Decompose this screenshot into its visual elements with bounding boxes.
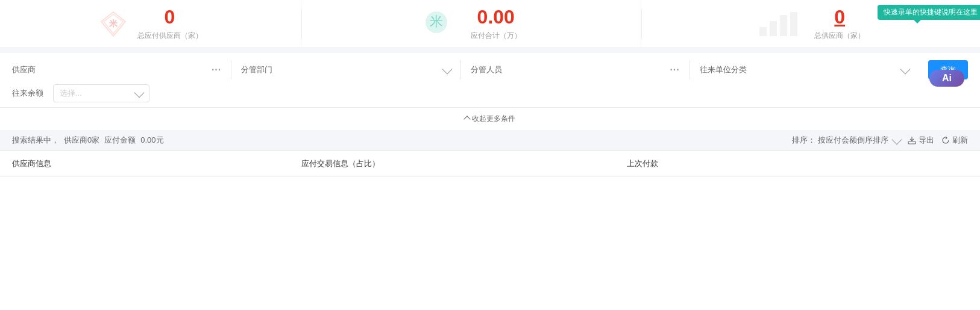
- results-summary: 搜索结果中， 供应商0家 应付金额 0.00元: [12, 135, 164, 146]
- department-chevron-icon: [442, 64, 452, 74]
- collapse-button[interactable]: 收起更多条件: [455, 111, 525, 126]
- shortcut-tooltip: 快速录单的快捷键说明在这里 ×: [878, 5, 980, 20]
- export-button[interactable]: 导出: [908, 135, 934, 146]
- ai-badge[interactable]: Ai: [929, 70, 964, 87]
- department-select[interactable]: [277, 66, 450, 75]
- export-icon: [908, 136, 916, 144]
- chevron-up-1-icon: [463, 116, 470, 122]
- collapse-chevrons-icon: [465, 117, 470, 122]
- stats-bar: 米 0 总应付供应商（家） 米 0.00 应付合计（万） 0 总供应商: [0, 0, 980, 48]
- tooltip-text: 快速录单的快捷键说明在这里: [884, 7, 978, 17]
- supplier-input[interactable]: [47, 66, 212, 75]
- svg-text:米: 米: [430, 14, 443, 29]
- balance-chevron-icon: [134, 87, 145, 98]
- balance-label: 往来余额: [12, 88, 48, 99]
- total-payable-label: 总应付供应商（家）: [137, 31, 203, 41]
- sort-select[interactable]: 排序： 按应付会额倒序排序: [792, 135, 900, 146]
- col-header-supplier: 供应商信息: [12, 158, 301, 169]
- svg-rect-7: [780, 15, 787, 36]
- amount-value: 0.00元: [140, 135, 163, 146]
- collapse-label: 收起更多条件: [472, 114, 515, 124]
- export-label: 导出: [919, 135, 934, 146]
- svg-text:米: 米: [108, 19, 118, 28]
- department-label: 分管部门: [241, 64, 272, 75]
- amount-label: 应付金额: [104, 135, 136, 146]
- col-header-last-payment: 上次付款: [627, 158, 968, 169]
- diamond-logo-icon: 米: [99, 10, 128, 39]
- results-actions: 排序： 按应付会额倒序排序 导出 刷新: [792, 135, 968, 146]
- unit-category-label: 往来单位分类: [700, 64, 747, 75]
- filter-bar: 供应商 ··· 分管部门 分管人员 ··· 往来单位分类: [0, 53, 980, 108]
- payable-total-number: 0.00: [477, 7, 515, 28]
- collapse-bar: 收起更多条件: [0, 108, 980, 130]
- supplier-filter-group: 供应商 ···: [12, 60, 231, 79]
- total-payable-number: 0: [165, 7, 175, 28]
- total-suppliers-number: 0: [834, 7, 845, 28]
- person-input[interactable]: [507, 66, 670, 75]
- svg-rect-8: [790, 12, 797, 36]
- sort-value: 按应付会额倒序排序: [818, 135, 888, 146]
- payable-total-label: 应付合计（万）: [471, 31, 521, 41]
- stat-total-payable-suppliers: 米 0 总应付供应商（家）: [0, 0, 301, 48]
- stat-total-suppliers: 0 总供应商（家） 快速录单的快捷键说明在这里 ×: [642, 0, 981, 48]
- mint-mascot-icon: 米: [421, 9, 451, 39]
- supplier-label: 供应商: [12, 64, 42, 75]
- chart-ghost-icon: [756, 9, 799, 39]
- filter-row-1: 供应商 ··· 分管部门 分管人员 ··· 往来单位分类: [12, 60, 968, 79]
- department-filter-group: 分管部门: [231, 60, 460, 79]
- stat-info-payable: 0 总应付供应商（家）: [137, 7, 203, 40]
- stat-info-total: 0.00 应付合计（万）: [471, 7, 521, 40]
- svg-rect-5: [759, 27, 767, 36]
- unit-category-filter-group: 往来单位分类: [690, 60, 919, 79]
- col-header-transaction: 应付交易信息（占比）: [301, 158, 627, 169]
- filter-row-2: 往来余额 选择...: [12, 84, 968, 102]
- supplier-count: 供应商0家: [64, 135, 99, 146]
- sort-label: 排序：: [792, 135, 815, 146]
- balance-select-placeholder: 选择...: [60, 88, 136, 99]
- person-label: 分管人员: [471, 64, 502, 75]
- stat-payable-total: 米 0.00 应付合计（万）: [302, 0, 641, 48]
- search-result-label: 搜索结果中，: [12, 135, 59, 146]
- balance-select[interactable]: 选择...: [53, 84, 149, 102]
- svg-rect-9: [908, 141, 916, 144]
- unit-category-select[interactable]: [752, 66, 909, 75]
- svg-rect-6: [770, 21, 777, 36]
- refresh-icon: [941, 136, 950, 144]
- stat-info-suppliers: 0 总供应商（家）: [814, 7, 865, 40]
- total-suppliers-label: 总供应商（家）: [814, 31, 865, 41]
- refresh-label: 刷新: [952, 135, 968, 146]
- sort-chevron-icon: [892, 134, 902, 144]
- table-header: 供应商信息 应付交易信息（占比） 上次付款: [0, 151, 980, 177]
- person-more-button[interactable]: ···: [670, 64, 679, 75]
- person-filter-group: 分管人员 ···: [461, 60, 690, 79]
- unit-category-chevron-icon: [900, 64, 911, 74]
- results-bar: 搜索结果中， 供应商0家 应付金额 0.00元 排序： 按应付会额倒序排序 导出: [0, 130, 980, 151]
- table-body: [0, 177, 980, 310]
- refresh-button[interactable]: 刷新: [941, 135, 968, 146]
- supplier-more-button[interactable]: ···: [212, 64, 221, 75]
